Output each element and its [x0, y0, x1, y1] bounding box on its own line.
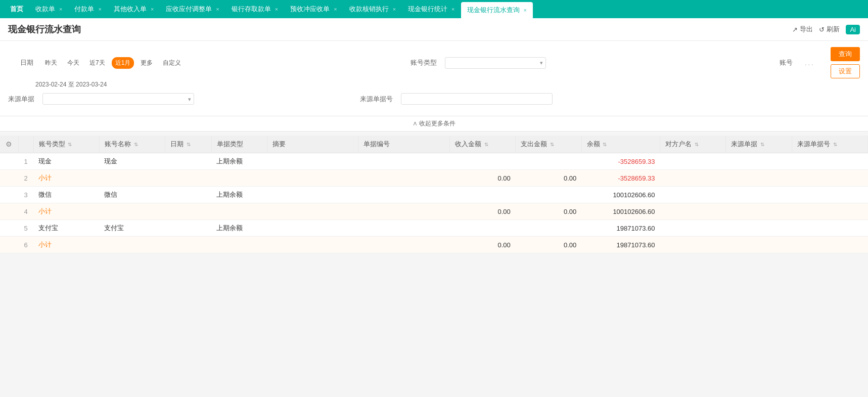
cell-account-name: 微信 [99, 187, 165, 203]
cell-settings [0, 187, 18, 203]
table-row: 4 小计 0.00 0.00 100102606.60 [0, 203, 868, 220]
cell-balance: 100102606.60 [581, 203, 660, 220]
col-source-doc[interactable]: 来源单据 ⇅ [726, 136, 792, 153]
export-icon: ↗ [792, 26, 798, 33]
cell-account-name [99, 203, 165, 220]
nav-item-advance-offset[interactable]: 预收冲应收单 × [284, 0, 343, 18]
cell-date [165, 220, 211, 237]
nav-item-bank-stats[interactable]: 现金银行统计 × [402, 0, 461, 18]
nav-item-writeoff[interactable]: 收款核销执行 × [343, 0, 402, 18]
cell-date [165, 153, 211, 170]
close-bank-deposit[interactable]: × [275, 0, 278, 18]
cell-balance: -3528659.33 [581, 170, 660, 187]
nav-item-payment[interactable]: 付款单 × [68, 0, 107, 18]
date-today[interactable]: 今天 [64, 57, 83, 69]
nav-item-bank-flow[interactable]: 现金银行流水查询 × [461, 2, 533, 18]
cell-summary [267, 203, 358, 220]
close-bank-flow[interactable]: × [524, 2, 527, 18]
cell-income: 0.00 [449, 237, 515, 253]
gear-icon[interactable]: ⚙ [6, 140, 12, 148]
refresh-button[interactable]: ↺ 刷新 [819, 25, 840, 34]
page-header: 现金银行流水查询 ↗ 导出 ↺ 刷新 Ai [0, 18, 868, 41]
sort-source-doc: ⇅ [760, 142, 764, 147]
col-expense[interactable]: 支出金额 ⇅ [516, 136, 581, 153]
cell-source-doc-no [792, 170, 867, 187]
cell-account-name: 现金 [99, 153, 165, 170]
col-counterparty[interactable]: 对方户名 ⇅ [660, 136, 726, 153]
account-dots[interactable]: ... [805, 58, 814, 67]
date-7days[interactable]: 近7天 [86, 57, 109, 69]
close-other-income[interactable]: × [151, 0, 154, 18]
query-button[interactable]: 查询 [831, 47, 860, 61]
cell-doc-type: 上期余额 [211, 153, 267, 170]
col-settings[interactable]: ⚙ [0, 136, 18, 153]
nav-item-receipt[interactable]: 收款单 × [29, 0, 68, 18]
cell-doc-no [358, 187, 450, 203]
cell-num: 6 [18, 237, 33, 253]
filter-row-1: 日期 昨天 今天 近7天 近1月 更多 自定义 账号类型 账号 ... [8, 47, 860, 78]
close-receipt[interactable]: × [59, 0, 62, 18]
cell-settings [0, 153, 18, 170]
nav-item-payable-adjust[interactable]: 应收应付调整单 × [160, 0, 225, 18]
col-doc-no: 单据编号 [358, 136, 450, 153]
cell-date [165, 203, 211, 220]
close-payment[interactable]: × [98, 0, 101, 18]
cell-num: 2 [18, 170, 33, 187]
cell-date [165, 237, 211, 253]
col-income[interactable]: 收入金额 ⇅ [449, 136, 515, 153]
ai-badge[interactable]: Ai [846, 25, 860, 34]
account-type-label: 账号类型 [406, 58, 437, 67]
header-actions: ↗ 导出 ↺ 刷新 Ai [792, 25, 860, 34]
col-source-doc-no[interactable]: 来源单据号 ⇅ [792, 136, 867, 153]
export-button[interactable]: ↗ 导出 [792, 25, 813, 34]
col-account-name[interactable]: 账号名称 ⇅ [99, 136, 165, 153]
cell-source-doc [726, 187, 792, 203]
cell-income [449, 187, 515, 203]
nav-item-home[interactable]: 首页 [4, 0, 29, 18]
col-summary: 摘要 [267, 136, 358, 153]
account-type-select[interactable] [445, 57, 546, 69]
cell-num: 3 [18, 187, 33, 203]
source-doc-no-input[interactable] [401, 93, 553, 105]
cell-account-type: 小计 [33, 170, 99, 187]
sort-counterparty: ⇅ [695, 142, 699, 147]
table-row: 6 小计 0.00 0.00 19871073.60 [0, 237, 868, 253]
settings-button[interactable]: 设置 [831, 64, 860, 78]
cell-summary [267, 153, 358, 170]
cell-doc-no [358, 220, 450, 237]
date-custom[interactable]: 自定义 [159, 57, 185, 69]
cell-date [165, 187, 211, 203]
collapse-bar[interactable]: ∧ 收起更多条件 [0, 116, 868, 131]
close-advance-offset[interactable]: × [334, 0, 337, 18]
table-row: 3 微信 微信 上期余额 100102606.60 [0, 187, 868, 203]
nav-item-bank-deposit[interactable]: 银行存取款单 × [225, 0, 284, 18]
cell-doc-no [358, 153, 450, 170]
cell-account-type: 小计 [33, 237, 99, 253]
cell-num: 4 [18, 203, 33, 220]
date-more[interactable]: 更多 [137, 57, 156, 69]
col-account-type[interactable]: 账号类型 ⇅ [33, 136, 99, 153]
date-yesterday[interactable]: 昨天 [41, 57, 61, 69]
close-bank-stats[interactable]: × [451, 0, 454, 18]
cell-source-doc [726, 203, 792, 220]
close-payable-adjust[interactable]: × [216, 0, 219, 18]
page-title: 现金银行流水查询 [8, 23, 81, 35]
cell-counterparty [660, 153, 726, 170]
col-date[interactable]: 日期 ⇅ [165, 136, 211, 153]
date-1month[interactable]: 近1月 [112, 57, 134, 69]
cell-summary [267, 170, 358, 187]
sort-source-doc-no: ⇅ [833, 142, 837, 147]
cell-expense: 0.00 [516, 170, 581, 187]
cell-counterparty [660, 203, 726, 220]
source-doc-select[interactable] [42, 93, 194, 105]
collapse-icon: ∧ [413, 120, 418, 127]
data-table-container: ⚙ 账号类型 ⇅ 账号名称 ⇅ 日期 ⇅ 单据类型 摘要 单据编号 收入金额 ⇅… [0, 136, 868, 253]
cell-account-type: 支付宝 [33, 220, 99, 237]
cell-source-doc-no [792, 153, 867, 170]
close-writeoff[interactable]: × [393, 0, 396, 18]
cell-source-doc [726, 237, 792, 253]
nav-item-other-income[interactable]: 其他收入单 × [108, 0, 160, 18]
col-balance[interactable]: 余额 ⇅ [581, 136, 660, 153]
account-type-select-wrapper [445, 57, 546, 69]
cell-income [449, 220, 515, 237]
